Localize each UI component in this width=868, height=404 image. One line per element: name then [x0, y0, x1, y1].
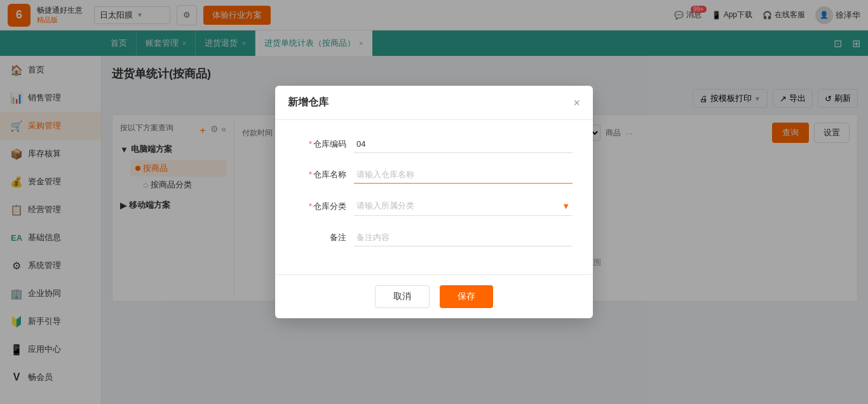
- code-input[interactable]: [354, 135, 573, 153]
- add-warehouse-modal: 新增仓库 × *仓库编码 *仓库名称 *仓库分类: [275, 86, 593, 318]
- code-label: *仓库编码: [295, 138, 346, 150]
- note-input[interactable]: [354, 229, 573, 246]
- form-row-name: *仓库名称: [295, 166, 573, 184]
- form-row-category: *仓库分类 请输入所属分类 ▼: [295, 196, 573, 216]
- save-button[interactable]: 保存: [440, 285, 493, 308]
- modal-overlay[interactable]: 新增仓库 × *仓库编码 *仓库名称 *仓库分类: [0, 0, 868, 404]
- note-label: 备注: [295, 232, 346, 243]
- category-dropdown-icon: ▼: [562, 201, 570, 211]
- modal-close-button[interactable]: ×: [573, 97, 580, 109]
- modal-title: 新增仓库: [288, 96, 329, 109]
- form-row-code: *仓库编码: [295, 135, 573, 153]
- modal-footer: 取消 保存: [275, 274, 593, 318]
- category-label: *仓库分类: [295, 201, 346, 212]
- category-select[interactable]: 请输入所属分类 ▼: [354, 196, 573, 216]
- cancel-button[interactable]: 取消: [375, 285, 430, 308]
- name-input[interactable]: [354, 166, 573, 184]
- modal-header: 新增仓库 ×: [275, 86, 593, 120]
- name-label: *仓库名称: [295, 169, 346, 180]
- modal-body: *仓库编码 *仓库名称 *仓库分类 请输入所属分类 ▼: [275, 120, 593, 274]
- form-row-note: 备注: [295, 229, 573, 246]
